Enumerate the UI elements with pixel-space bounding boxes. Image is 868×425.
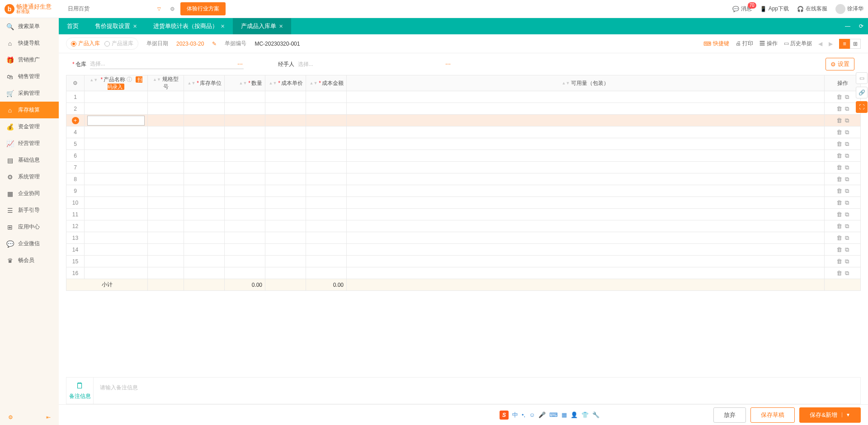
copy-row-icon[interactable]: ⧉: [845, 129, 849, 135]
table-row[interactable]: 13🗑⧉: [66, 232, 861, 244]
table-row[interactable]: 14🗑⧉: [66, 244, 861, 256]
ime-dot-icon[interactable]: •,: [522, 411, 525, 418]
table-row[interactable]: 16🗑⧉: [66, 267, 861, 279]
tab[interactable]: 售价提取设置✕: [87, 18, 145, 34]
rail-link-icon[interactable]: 🔗: [856, 87, 868, 98]
settings-button[interactable]: ⚙ 设置: [826, 58, 854, 70]
col-available[interactable]: ▲▼可用量（包装）: [347, 75, 825, 91]
table-row[interactable]: 15🗑⧉: [66, 256, 861, 267]
copy-row-icon[interactable]: ⧉: [845, 246, 849, 253]
rail-expand-icon[interactable]: ⛶: [856, 101, 868, 113]
delete-row-icon[interactable]: 🗑: [836, 140, 842, 147]
sidebar-item[interactable]: 🛒采购管理: [0, 85, 59, 102]
copy-row-icon[interactable]: ⧉: [845, 164, 849, 171]
table-row[interactable]: 7🗑⧉: [66, 162, 861, 173]
sidebar-item[interactable]: 🔍搜索菜单: [0, 18, 59, 35]
copy-row-icon[interactable]: ⧉: [845, 105, 849, 112]
delete-row-icon[interactable]: 🗑: [836, 176, 842, 182]
copy-row-icon[interactable]: ⧉: [845, 176, 849, 182]
table-row[interactable]: 9🗑⧉: [66, 185, 861, 197]
delete-row-icon[interactable]: 🗑: [836, 187, 842, 194]
chevron-down-icon[interactable]: ▼: [842, 412, 850, 417]
table-row[interactable]: 6🗑⧉: [66, 150, 861, 162]
operate-button[interactable]: ☰ 操作: [760, 40, 777, 47]
remark-tab[interactable]: 🗒 备注信息: [66, 378, 94, 404]
delete-row-icon[interactable]: 🗑: [836, 199, 842, 206]
delete-row-icon[interactable]: 🗑: [836, 117, 842, 124]
sidebar-item[interactable]: ☰新手引导: [0, 202, 59, 219]
gear-icon[interactable]: ⚙: [170, 6, 175, 12]
sidebar-item[interactable]: 💬企业微信: [0, 235, 59, 252]
tab[interactable]: 进货单统计表（按商品）✕: [145, 18, 233, 34]
delete-row-icon[interactable]: 🗑: [836, 105, 842, 112]
service-button[interactable]: 🎧 在线客服: [797, 5, 827, 13]
rail-doc-icon[interactable]: ▭: [856, 72, 868, 84]
col-settings[interactable]: ⚙: [66, 75, 85, 91]
save-new-button[interactable]: 保存&新增 ▼: [799, 407, 861, 423]
ime-smile-icon[interactable]: ☺: [529, 411, 535, 418]
delete-row-icon[interactable]: 🗑: [836, 258, 842, 265]
col-unit[interactable]: ▲▼*库存单位: [184, 75, 225, 91]
sidebar-item[interactable]: ⌂快捷导航: [0, 35, 59, 51]
prev-doc-icon[interactable]: ◀: [818, 41, 822, 47]
sidebar-item[interactable]: 📈经营管理: [0, 135, 59, 152]
copy-row-icon[interactable]: ⧉: [845, 140, 849, 147]
sidebar-gear-icon[interactable]: ⚙: [8, 414, 13, 420]
sidebar-item[interactable]: 🎁营销推广: [0, 51, 59, 68]
delete-row-icon[interactable]: 🗑: [836, 246, 842, 253]
ime-lang[interactable]: 中: [512, 411, 518, 419]
sidebar-item[interactable]: ⌂库存核算: [0, 102, 59, 118]
table-row[interactable]: 5🗑⧉: [66, 138, 861, 150]
edit-date-icon[interactable]: ✎: [212, 41, 217, 47]
save-draft-button[interactable]: 保存草稿: [750, 407, 795, 423]
sidebar-collapse-icon[interactable]: ⇤: [46, 414, 51, 420]
table-row[interactable]: 8🗑⧉: [66, 173, 861, 185]
date-value[interactable]: 2023-03-20: [176, 41, 204, 47]
tab-refresh-icon[interactable]: ⟳: [854, 18, 868, 34]
messages-button[interactable]: 💬 消息 70: [732, 5, 752, 13]
table-row[interactable]: 4🗑⧉: [66, 126, 861, 138]
copy-row-icon[interactable]: ⧉: [845, 199, 849, 206]
sidebar-item[interactable]: 💰资金管理: [0, 118, 59, 135]
tab-minimize-icon[interactable]: —: [841, 18, 854, 34]
table-row[interactable]: 12🗑⧉: [66, 220, 861, 232]
ime-mic-icon[interactable]: 🎤: [538, 411, 546, 418]
user-menu[interactable]: 徐泽华: [835, 4, 863, 14]
product-name-input[interactable]: [87, 116, 145, 126]
copy-row-icon[interactable]: ⧉: [845, 258, 849, 265]
sidebar-item[interactable]: ♛畅会员: [0, 252, 59, 269]
close-icon[interactable]: ✕: [279, 23, 283, 29]
next-doc-icon[interactable]: ▶: [829, 41, 833, 47]
warehouse-select[interactable]: 选择... ⋯: [90, 59, 244, 69]
copy-row-icon[interactable]: ⧉: [845, 152, 849, 159]
col-spec[interactable]: ▲▼规格型号: [148, 75, 184, 91]
table-row[interactable]: +🗑⧉: [66, 115, 861, 126]
view-grid-toggle[interactable]: ⊞: [850, 39, 861, 49]
discard-button[interactable]: 放弃: [713, 407, 746, 423]
delete-row-icon[interactable]: 🗑: [836, 223, 842, 229]
delete-row-icon[interactable]: 🗑: [836, 164, 842, 171]
copy-row-icon[interactable]: ⧉: [845, 117, 849, 124]
ime-keyboard-icon[interactable]: ⌨: [549, 411, 558, 418]
remark-input[interactable]: 请输入备注信息: [94, 378, 860, 404]
ime-user-icon[interactable]: 👤: [571, 411, 578, 418]
radio-product-out[interactable]: 产品退库: [104, 40, 133, 47]
sidebar-item[interactable]: ⊞应用中心: [0, 219, 59, 235]
shortcut-button[interactable]: ⌨ 快捷键: [703, 40, 729, 47]
ime-tool-icon[interactable]: 🔧: [592, 411, 599, 418]
delete-row-icon[interactable]: 🗑: [836, 234, 842, 241]
copy-row-icon[interactable]: ⧉: [845, 270, 849, 276]
print-button[interactable]: 🖨 打印: [736, 40, 753, 47]
delete-row-icon[interactable]: 🗑: [836, 129, 842, 135]
copy-row-icon[interactable]: ⧉: [845, 234, 849, 241]
table-row[interactable]: 10🗑⧉: [66, 197, 861, 209]
close-icon[interactable]: ✕: [221, 23, 225, 29]
copy-row-icon[interactable]: ⧉: [845, 211, 849, 218]
radio-product-in[interactable]: 产品入库: [71, 40, 100, 47]
ime-shirt-icon[interactable]: 👕: [581, 411, 589, 418]
tab[interactable]: 首页: [59, 18, 87, 34]
copy-row-icon[interactable]: ⧉: [845, 187, 849, 194]
delete-row-icon[interactable]: 🗑: [836, 93, 842, 100]
col-qty[interactable]: ▲▼*数量: [225, 75, 265, 91]
table-row[interactable]: 11🗑⧉: [66, 209, 861, 220]
